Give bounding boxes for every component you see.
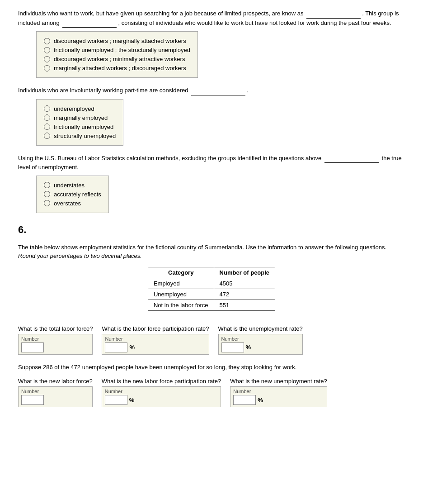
q2-option-1[interactable]: underemployed [44, 105, 116, 112]
new-participation-rate-field-row: % [105, 395, 218, 405]
question-3: Using the U.S. Bureau of Labor Statistic… [18, 154, 405, 213]
row-1-number: 4505 [214, 278, 275, 289]
section-6-intro-text: The table below shows employment statist… [18, 244, 386, 251]
row-2-number: 472 [214, 289, 275, 300]
number-label-1: Number [21, 336, 89, 342]
new-unemployment-rate-field-row: % [233, 395, 324, 405]
q2-radio-4[interactable] [44, 133, 50, 139]
q3-text: Using the U.S. Bureau of Labor Statistic… [18, 154, 405, 172]
q3-radio-3[interactable] [44, 200, 50, 206]
new-labor-force-field-row [21, 395, 89, 405]
number-label-6: Number [233, 389, 324, 394]
labor-force-input[interactable] [21, 342, 44, 352]
row-1-category: Employed [148, 278, 214, 289]
question-2: Individuals who are involuntarily workin… [18, 86, 405, 146]
labor-force-field-row [21, 342, 89, 352]
q1-blank1 [306, 9, 361, 19]
new-labor-force-input-group: Number [18, 386, 93, 407]
q1-radio-4[interactable] [44, 65, 50, 71]
new-participation-rate-input-group: Number % [102, 386, 221, 407]
table-row: Not in the labor force 551 [148, 300, 275, 310]
q2-option-3-label: frictionally unemployed [54, 124, 113, 130]
q1-option-4[interactable]: marginally attached workers ; discourage… [44, 65, 190, 71]
row-2-category: Unemployed [148, 289, 214, 300]
col-header-category: Category [148, 267, 214, 278]
q1-text: Individuals who want to work, but have g… [18, 9, 405, 28]
number-label-2: Number [105, 336, 206, 342]
q1-option-2-label: frictionally unemployed ; the structural… [54, 47, 190, 53]
section-6-content: The table below shows employment statist… [18, 243, 405, 408]
q2-option-2-label: marginally employed [54, 114, 108, 121]
pct-symbol-4: % [258, 397, 263, 404]
question-1: Individuals who want to work, but have g… [18, 9, 405, 78]
new-unemployment-rate-input[interactable] [233, 395, 256, 405]
participation-rate-input-group: Number % [102, 334, 209, 355]
q3-blank1 [324, 154, 379, 163]
q2-blank1 [191, 86, 245, 95]
q2-radio-1[interactable] [44, 105, 50, 112]
pct-symbol-1: % [129, 344, 135, 351]
new-labor-force-input[interactable] [21, 395, 44, 405]
col-header-number: Number of people [214, 267, 275, 278]
q1-option-3[interactable]: discouraged workers ; minimally attracti… [44, 56, 190, 62]
q-unemployment-rate-label: What is the unemployment rate? [218, 325, 303, 332]
q3-option-1-label: understates [54, 182, 85, 189]
section-6-intro-italic: Round your percentages to two decimal pl… [18, 252, 142, 259]
q1-radio-3[interactable] [44, 56, 50, 62]
new-unemployment-rate-input-group: Number % [230, 386, 327, 407]
participation-rate-input[interactable] [105, 342, 127, 352]
q2-radio-3[interactable] [44, 124, 50, 130]
new-participation-rate-input[interactable] [105, 395, 127, 405]
q1-option-4-label: marginally attached workers ; discourage… [54, 65, 186, 71]
unemployment-rate-field-row: % [221, 342, 300, 352]
row-3-number: 551 [214, 300, 275, 310]
table-header-row: Category Number of people [148, 267, 275, 278]
q1-option-2[interactable]: frictionally unemployed ; the structural… [44, 47, 190, 53]
first-questions-row: What is the total labor force? Number Wh… [18, 325, 405, 355]
q-participation-rate: What is the labor force participation ra… [102, 325, 209, 355]
q-new-labor-force: What is the new labor force? Number [18, 378, 93, 407]
q1-option-1[interactable]: discouraged workers ; marginally attache… [44, 38, 190, 44]
table-wrapper: Category Number of people Employed 4505 … [18, 267, 405, 319]
q3-radio-2[interactable] [44, 191, 50, 197]
row-3-category: Not in the labor force [148, 300, 214, 310]
q2-option-4-label: structurally unemployed [54, 133, 116, 139]
q2-option-4[interactable]: structurally unemployed [44, 133, 116, 139]
number-label-3: Number [221, 336, 300, 342]
q2-option-1-label: underemployed [54, 105, 94, 112]
q1-radio-2[interactable] [44, 47, 50, 53]
table-row: Unemployed 472 [148, 289, 275, 300]
q-labor-force-label: What is the total labor force? [18, 325, 93, 332]
q3-option-3[interactable]: overstates [44, 200, 101, 207]
q-participation-rate-label: What is the labor force participation ra… [102, 325, 209, 332]
q-new-participation-rate-label: What is the new labor force participatio… [102, 378, 221, 385]
employment-table: Category Number of people Employed 4505 … [148, 267, 275, 311]
second-questions-row: What is the new labor force? Number What… [18, 378, 405, 407]
unemployment-rate-input-group: Number % [218, 334, 303, 355]
q3-option-2[interactable]: accurately reflects [44, 191, 101, 198]
suppose-text: Suppose 286 of the 472 unemployed people… [18, 363, 405, 372]
q3-option-2-label: accurately reflects [54, 191, 101, 198]
q2-options-box: underemployed marginally employed fricti… [36, 99, 123, 146]
q3-option-1[interactable]: understates [44, 182, 101, 189]
q2-option-3[interactable]: frictionally unemployed [44, 124, 116, 130]
q-new-participation-rate: What is the new labor force participatio… [102, 378, 221, 407]
number-label-4: Number [21, 389, 89, 394]
number-label-5: Number [105, 389, 218, 394]
q3-radio-1[interactable] [44, 182, 50, 188]
q1-option-3-label: discouraged workers ; minimally attracti… [54, 56, 185, 62]
pct-symbol-2: % [246, 344, 251, 351]
participation-rate-field-row: % [105, 342, 206, 352]
labor-force-input-group: Number [18, 334, 93, 355]
q2-radio-2[interactable] [44, 114, 50, 121]
q3-options-box: understates accurately reflects overstat… [36, 176, 109, 213]
section-6-intro: The table below shows employment statist… [18, 243, 405, 261]
q-new-unemployment-rate: What is the new unemployment rate? Numbe… [230, 378, 327, 407]
q-new-unemployment-rate-label: What is the new unemployment rate? [230, 378, 327, 385]
q1-radio-1[interactable] [44, 38, 50, 44]
unemployment-rate-input[interactable] [221, 342, 244, 352]
q1-blank2 [62, 19, 117, 28]
pct-symbol-3: % [129, 397, 135, 404]
q2-option-2[interactable]: marginally employed [44, 114, 116, 121]
q2-text: Individuals who are involuntarily workin… [18, 86, 405, 95]
